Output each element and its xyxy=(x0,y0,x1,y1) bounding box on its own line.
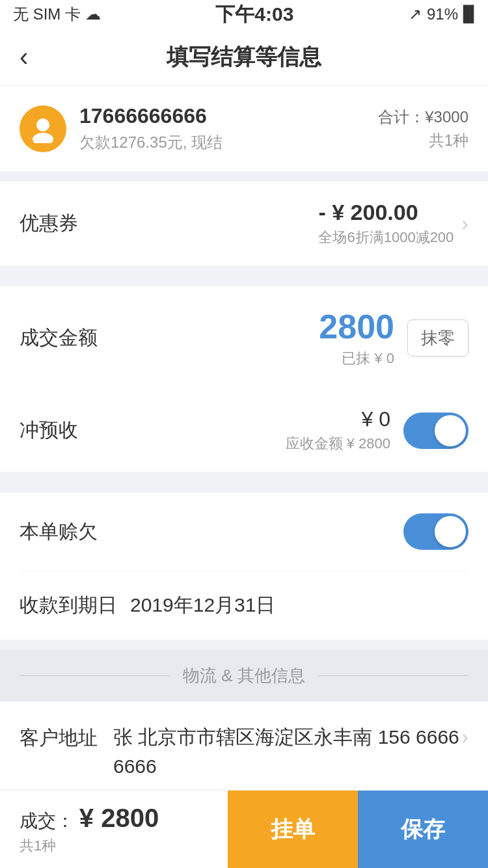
bottom-deal-line: 成交： ¥ 2800 xyxy=(20,804,208,834)
coupon-desc: 全场6折满1000减200 xyxy=(318,228,454,247)
logistics-line-left xyxy=(20,675,170,676)
coupon-row[interactable]: 优惠券 - ¥ 200.00 全场6折满1000减200 › xyxy=(0,182,488,265)
svg-point-1 xyxy=(33,133,53,143)
prepay-sub: 应收金额 ¥ 2800 xyxy=(286,434,390,454)
credit-toggle[interactable] xyxy=(403,513,468,550)
amount-label: 成交金额 xyxy=(20,325,98,351)
prepay-amount-col: ¥ 0 应收金额 ¥ 2800 xyxy=(286,407,390,454)
coupon-info: - ¥ 200.00 全场6折满1000减200 xyxy=(318,200,454,247)
sim-status: 无 SIM 卡 ☁ xyxy=(13,4,101,25)
due-date-row: 收款到期日 2019年12月31日 xyxy=(20,571,468,640)
section-divider-2 xyxy=(0,472,488,482)
address-label: 客户地址 xyxy=(20,722,98,752)
user-icon xyxy=(29,115,57,143)
amount-row: 成交金额 2800 已抹 ¥ 0 抹零 xyxy=(20,286,468,389)
address-row[interactable]: 客户地址 张 北京市市辖区海淀区永丰南 156 6666 6666 › xyxy=(20,701,468,802)
bottom-summary: 成交： ¥ 2800 共1种 xyxy=(0,804,228,856)
customer-sub: 欠款1276.35元, 现结 xyxy=(79,132,223,153)
bottom-count: 共1种 xyxy=(20,836,208,856)
amount-right: 2800 已抹 ¥ 0 抹零 xyxy=(319,307,468,368)
main-content: 17666666666 欠款1276.35元, 现结 合计：¥3000 共1种 … xyxy=(0,86,488,868)
battery-icon: ▉ xyxy=(463,5,475,23)
status-left: 无 SIM 卡 ☁ xyxy=(13,4,101,25)
address-value: 张 北京市市辖区海淀区永丰南 156 6666 6666 xyxy=(113,722,461,781)
nav-bar: ‹ 填写结算等信息 xyxy=(0,29,488,86)
coupon-right: - ¥ 200.00 全场6折满1000减200 › xyxy=(318,200,468,247)
coupon-label: 优惠券 xyxy=(20,210,78,237)
prepay-right: ¥ 0 应收金额 ¥ 2800 xyxy=(286,407,468,454)
customer-info: 17666666666 欠款1276.35元, 现结 xyxy=(79,104,223,153)
toggle-knob xyxy=(435,415,466,446)
customer-phone: 17666666666 xyxy=(79,104,223,128)
customer-left: 17666666666 欠款1276.35元, 现结 xyxy=(20,104,223,153)
save-button[interactable]: 保存 xyxy=(358,791,488,869)
amount-value-col: 2800 已抹 ¥ 0 xyxy=(319,307,394,368)
bottom-deal-label: 成交： xyxy=(20,811,74,831)
total-label: 合计：¥3000 xyxy=(378,107,468,128)
hold-button[interactable]: 挂单 xyxy=(228,791,358,869)
prepay-amount: ¥ 0 xyxy=(286,407,390,431)
customer-card: 17666666666 欠款1276.35元, 现结 合计：¥3000 共1种 xyxy=(0,86,488,171)
section-divider-1 xyxy=(0,276,488,286)
back-button[interactable]: ‹ xyxy=(20,42,28,72)
avatar xyxy=(20,105,66,152)
battery-status: 91% xyxy=(427,5,458,23)
due-date-value: 2019年12月31日 xyxy=(130,592,275,619)
prepay-label: 冲预收 xyxy=(20,417,78,444)
prepay-row: 冲预收 ¥ 0 应收金额 ¥ 2800 xyxy=(20,389,468,472)
page-title: 填写结算等信息 xyxy=(167,42,321,72)
address-right: › xyxy=(461,722,468,749)
round-button[interactable]: 抹零 xyxy=(407,319,468,357)
address-section: 客户地址 张 北京市市辖区海淀区永丰南 156 6666 6666 › xyxy=(0,701,488,802)
bottom-deal-amount: ¥ 2800 xyxy=(79,804,159,832)
credit-section: 本单赊欠 收款到期日 2019年12月31日 xyxy=(0,493,488,640)
credit-label: 本单赊欠 xyxy=(20,519,98,545)
logistics-header: 物流 & 其他信息 xyxy=(0,650,488,701)
total-count: 共1种 xyxy=(378,130,468,151)
prepay-section: 冲预收 ¥ 0 应收金额 ¥ 2800 xyxy=(0,389,488,472)
logistics-line-right xyxy=(318,675,468,676)
amount-section: 成交金额 2800 已抹 ¥ 0 抹零 xyxy=(0,286,488,389)
status-bar: 无 SIM 卡 ☁ 下午4:03 ↗ 91% ▉ xyxy=(0,0,488,29)
chevron-right-icon: › xyxy=(461,211,468,236)
coupon-discount: - ¥ 200.00 xyxy=(318,200,454,225)
due-date-label: 收款到期日 xyxy=(20,592,117,619)
location-icon: ↗ xyxy=(409,5,422,23)
bottom-bar: 成交： ¥ 2800 共1种 挂单 保存 xyxy=(0,790,488,868)
customer-total: 合计：¥3000 共1种 xyxy=(378,107,468,151)
logistics-title: 物流 & 其他信息 xyxy=(183,664,305,687)
deal-amount-sub: 已抹 ¥ 0 xyxy=(319,349,394,368)
credit-toggle-knob xyxy=(435,516,466,547)
deal-amount-value: 2800 xyxy=(319,307,394,346)
svg-point-0 xyxy=(36,118,49,131)
address-chevron-icon: › xyxy=(461,725,468,749)
prepay-toggle[interactable] xyxy=(403,413,468,449)
status-right: ↗ 91% ▉ xyxy=(409,5,475,23)
credit-row: 本单赊欠 xyxy=(20,493,468,571)
status-time: 下午4:03 xyxy=(215,1,293,28)
section-divider-3 xyxy=(0,640,488,650)
